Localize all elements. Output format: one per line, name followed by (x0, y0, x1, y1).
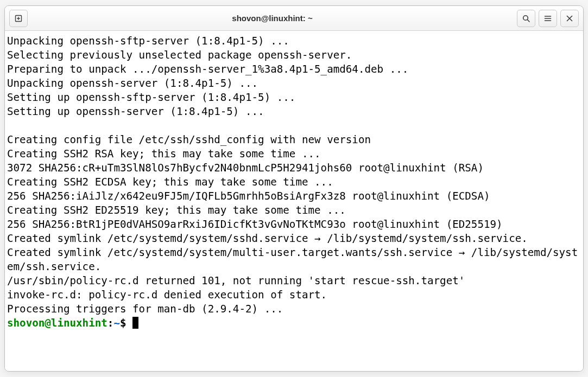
menu-button[interactable] (539, 10, 557, 27)
terminal-window: shovon@linuxhint: ~ (4, 5, 584, 372)
terminal-cursor (132, 317, 138, 329)
close-button[interactable] (560, 10, 579, 27)
new-tab-icon (14, 14, 23, 23)
terminal-output[interactable]: Unpacking openssh-sftp-server (1:8.4p1-5… (5, 31, 583, 371)
svg-line-4 (527, 20, 529, 22)
hamburger-icon (543, 14, 552, 23)
search-button[interactable] (517, 10, 535, 27)
new-tab-button[interactable] (9, 10, 28, 27)
titlebar-right-group (517, 10, 579, 27)
prompt-separator: : (108, 317, 114, 329)
close-icon (565, 14, 574, 23)
search-icon (522, 14, 530, 23)
prompt-symbol: $ (120, 317, 127, 329)
titlebar: shovon@linuxhint: ~ (5, 6, 583, 31)
prompt-user-host: shovon@linuxhint (7, 317, 108, 329)
window-title: shovon@linuxhint: ~ (31, 14, 514, 23)
prompt-path: ~ (113, 317, 120, 329)
